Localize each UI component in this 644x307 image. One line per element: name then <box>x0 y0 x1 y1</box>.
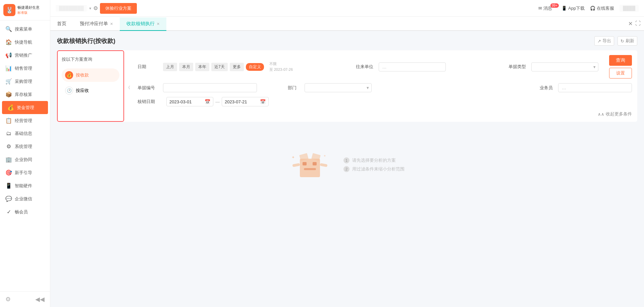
partner-dots[interactable]: … <box>382 64 387 69</box>
doc-type-select-wrap <box>531 62 598 71</box>
filter-option-by-receivable[interactable]: 🕐 按应收 <box>62 84 119 97</box>
step-1-number: 1 <box>343 157 350 163</box>
sidebar-footer: ⚙ ◀◀ <box>0 291 50 307</box>
filter-option-by-receipt[interactable]: 💰 按收款 <box>62 68 119 82</box>
sidebar-item-system[interactable]: ⚙ 系统管理 <box>0 140 50 153</box>
tab-prepay-close-icon[interactable]: ✕ <box>110 22 113 26</box>
sidebar-item-purchase[interactable]: 🛒 采购管理 <box>0 75 50 88</box>
sidebar-item-enterprise[interactable]: 🏢 企业协同 <box>0 153 50 166</box>
svg-rect-0 <box>300 159 320 177</box>
staff-dots[interactable]: … <box>562 85 566 90</box>
logo-icon: 🐰 <box>3 4 15 16</box>
app-download-button[interactable]: 📱 App下载 <box>561 5 585 11</box>
doc-num-input[interactable] <box>163 83 257 92</box>
partner-input[interactable]: … <box>379 62 446 71</box>
message-button[interactable]: ✉ 消息 99+ <box>538 5 556 11</box>
sidebar-item-hardware[interactable]: 📱 智能硬件 <box>0 179 50 192</box>
svg-rect-2 <box>313 162 317 165</box>
refresh-button[interactable]: ↻ 刷新 <box>618 36 637 46</box>
sidebar-item-basic[interactable]: 🗂 基础信息 <box>0 127 50 140</box>
header-right: ✉ 消息 99+ 📱 App下载 🎧 在线客服 ████ <box>538 5 639 12</box>
empty-step-1: 1 请先选择要分析的方案 <box>343 157 405 163</box>
calendar-from-icon[interactable]: 📅 <box>205 99 210 104</box>
staff-input[interactable]: … <box>558 83 632 92</box>
receipt-scheme-icon: 💰 <box>65 71 73 79</box>
filter-fields: 日期 上月 本月 本年 近7天 更多 自定义 不限 至 2023-07-26 <box>132 50 637 122</box>
top-header: ████████ ▾ ⚙ 休验行业方案 ✉ 消息 99+ 📱 App下载 🎧 在… <box>50 0 644 17</box>
settings-footer-icon[interactable]: ⚙ <box>5 296 11 303</box>
collapse-left-button[interactable]: 《 <box>124 50 132 122</box>
collapse-more-icon: ∧∧ <box>598 112 604 117</box>
tab-receipts-label: 收款核销执行 <box>126 21 155 27</box>
verify-date-group: 2023-03-01 📅 — 2023-07-21 📅 <box>166 97 269 106</box>
date-last-month-btn[interactable]: 上月 <box>163 63 177 71</box>
tab-maximize-icon[interactable]: ⛶ <box>635 20 641 27</box>
calendar-to-icon[interactable]: 📅 <box>260 99 266 104</box>
tab-prepay[interactable]: 预付冲应付单 ✕ <box>73 17 120 31</box>
sidebar-item-quick-nav[interactable]: 🏠 快捷导航 <box>0 36 50 49</box>
sidebar-item-member[interactable]: ✓ 畅会员 <box>0 205 50 218</box>
collapse-more-button[interactable]: ∧∧ 收起更多条件 <box>138 111 632 117</box>
sidebar-item-capital[interactable]: 💰 资金管理 <box>2 101 48 114</box>
collapse-chevron-icon: 《 <box>126 85 130 91</box>
verify-date-to-value: 2023-07-21 <box>225 99 247 104</box>
tab-prepay-label: 预付冲应付单 <box>80 21 108 27</box>
query-button[interactable]: 查询 <box>609 55 632 66</box>
date-to-value: 至 2023-07-26 <box>269 67 293 72</box>
dept-label: 部门 <box>288 85 297 91</box>
chevron-down-icon: ▾ <box>89 6 91 11</box>
gear-icon[interactable]: ⚙ <box>93 5 98 11</box>
tab-home[interactable]: 首页 <box>50 17 73 31</box>
tab-close-window-icon[interactable]: ✕ <box>628 20 633 27</box>
sidebar-item-label: 智能硬件 <box>15 183 32 189</box>
sidebar-item-guide[interactable]: 🎯 新手引导 <box>0 166 50 179</box>
date-7days-btn[interactable]: 近7天 <box>211 63 228 71</box>
sidebar-item-label: 库存核算 <box>15 92 32 98</box>
verify-date-label: 核销日期 <box>138 99 161 105</box>
date-label: 日期 <box>138 64 158 70</box>
sidebar-item-marketing[interactable]: 📢 营销推广 <box>0 49 50 62</box>
sidebar-item-wechat[interactable]: 💬 企业微信 <box>0 192 50 205</box>
page-title: 收款核销执行(按收款) <box>57 37 115 45</box>
collapse-sidebar-icon[interactable]: ◀◀ <box>35 296 45 303</box>
collapse-more-label: 收起更多条件 <box>606 111 632 117</box>
guide-icon: 🎯 <box>5 169 12 176</box>
verify-date-to-input[interactable]: 2023-07-21 📅 <box>222 97 269 106</box>
main-area: ████████ ▾ ⚙ 休验行业方案 ✉ 消息 99+ 📱 App下载 🎧 在… <box>50 0 644 307</box>
dept-select-wrap <box>305 83 372 92</box>
export-button[interactable]: ↗ 导出 <box>594 36 614 46</box>
sidebar-item-inventory[interactable]: 📦 库存核算 <box>0 88 50 101</box>
tab-receipts-close-icon[interactable]: ✕ <box>157 22 160 26</box>
solution-button[interactable]: 休验行业方案 <box>100 3 137 14</box>
enterprise-icon: 🏢 <box>5 156 12 163</box>
empty-state: ✦ ✦ 1 请先选择要分析的方案 2 用过滤条件来缩小分析范围 <box>57 122 637 203</box>
sidebar-item-sales[interactable]: 📊 销售管理 <box>0 62 50 75</box>
sidebar-item-label: 新手引导 <box>15 170 32 176</box>
doc-type-select[interactable] <box>531 62 598 71</box>
setting-button[interactable]: 设置 <box>609 68 632 79</box>
filter-scheme-panel: 按以下方案查询 💰 按收款 🕐 按应收 <box>57 50 124 122</box>
sidebar-item-label: 销售管理 <box>15 65 32 71</box>
filter-row-3: 核销日期 2023-03-01 📅 — 2023-07-21 📅 <box>138 97 632 106</box>
svg-rect-1 <box>303 162 307 165</box>
verify-date-from-input[interactable]: 2023-03-01 📅 <box>166 97 213 106</box>
filter-option-receivable-label: 按应收 <box>76 88 89 94</box>
dept-select[interactable] <box>305 83 372 92</box>
sidebar-menu: 🔍 搜索菜单 🏠 快捷导航 📢 营销推广 📊 销售管理 🛒 采购管理 📦 库存核… <box>0 20 50 291</box>
date-this-month-btn[interactable]: 本月 <box>179 63 193 71</box>
tab-receipts[interactable]: 收款核销执行 ✕ <box>120 17 166 31</box>
service-button[interactable]: 🎧 在线客服 <box>590 5 614 11</box>
export-icon: ↗ <box>597 39 601 44</box>
sidebar-item-search[interactable]: 🔍 搜索菜单 <box>0 22 50 36</box>
date-more-btn[interactable]: 更多 <box>230 63 244 71</box>
empty-text: 1 请先选择要分析的方案 2 用过滤条件来缩小分析范围 <box>343 157 405 175</box>
sidebar-item-operation[interactable]: 📋 经营管理 <box>0 114 50 127</box>
sidebar-item-label: 快捷导航 <box>15 39 32 45</box>
sidebar-item-label: 企业微信 <box>15 196 32 202</box>
date-custom-badge[interactable]: 自定义 <box>246 63 264 71</box>
search-icon: 🔍 <box>5 26 12 32</box>
hardware-icon: 📱 <box>5 183 12 189</box>
svg-text:✦: ✦ <box>323 154 326 158</box>
message-icon: ✉ <box>538 6 542 11</box>
date-this-year-btn[interactable]: 本年 <box>195 63 209 71</box>
